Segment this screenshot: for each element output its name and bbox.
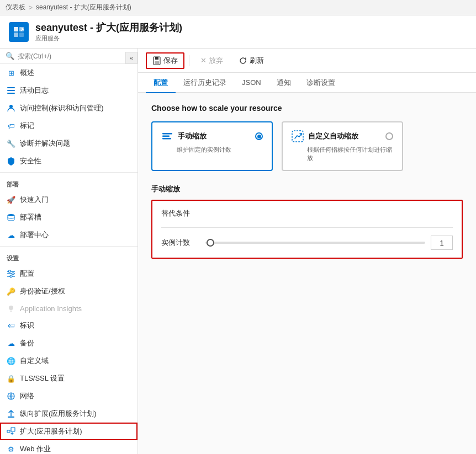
- sidebar-item-deploy-slot[interactable]: 部署槽: [0, 209, 137, 226]
- slider-track[interactable]: [205, 242, 425, 244]
- sidebar-item-label: 标记: [20, 121, 34, 131]
- tab-json[interactable]: JSON: [234, 74, 269, 92]
- svg-rect-29: [162, 133, 172, 135]
- sidebar-item-activity-log[interactable]: 活动日志: [0, 82, 137, 99]
- sidebar-item-tls[interactable]: 🔒 TLS/SSL 设置: [0, 370, 137, 387]
- svg-rect-31: [162, 138, 171, 140]
- tab-config[interactable]: 配置: [146, 73, 176, 93]
- breadcrumb-sep1: >: [29, 4, 33, 12]
- svg-point-8: [8, 214, 14, 216]
- discard-button[interactable]: ✕ 放弃: [194, 52, 230, 69]
- manual-scale-title: 手动缩放: [178, 131, 207, 141]
- sidebar-item-diagnose[interactable]: 🔧 诊断并解决问题: [0, 135, 137, 152]
- sidebar-item-scale-out[interactable]: 扩大(应用服务计划): [0, 423, 137, 440]
- svg-rect-23: [8, 416, 14, 418]
- sidebar-item-label: TLS/SSL 设置: [20, 373, 65, 383]
- grid-icon: ⊞: [7, 68, 15, 77]
- manual-scale-radio[interactable]: [255, 132, 263, 140]
- auto-scale-card[interactable]: 自定义自动缩放 根据任何指标按任何计划进行缩放: [282, 121, 403, 171]
- svg-rect-5: [7, 90, 15, 91]
- collapse-button[interactable]: «: [125, 52, 137, 64]
- tab-diag-settings[interactable]: 诊断设置: [299, 73, 343, 93]
- save-button[interactable]: 保存: [146, 52, 184, 69]
- main-content: Choose how to scale your resource: [138, 93, 476, 454]
- svg-rect-6: [7, 93, 15, 94]
- sidebar-item-web-jobs[interactable]: ⚙ Web 作业: [0, 440, 137, 454]
- scale-cards: 手动缩放 维护固定的实例计数: [151, 121, 463, 171]
- auto-scale-radio[interactable]: [385, 132, 393, 140]
- toolbar: 保存 ✕ 放弃 刷新: [138, 49, 476, 73]
- override-condition-label: 替代条件: [161, 209, 453, 218]
- sidebar-item-quickstart[interactable]: 🚀 快速入门: [0, 191, 137, 209]
- svg-rect-28: [155, 61, 159, 64]
- sidebar-item-auth[interactable]: 🔑 身份验证/授权: [0, 282, 137, 300]
- manual-scale-box: 替代条件 实例计数: [151, 200, 463, 259]
- tab-run-history[interactable]: 运行历史记录: [176, 73, 234, 93]
- sidebar-item-overview[interactable]: ⊞ 概述: [0, 64, 137, 82]
- instance-row: 实例计数: [161, 236, 453, 250]
- auto-scale-title: 自定义自动缩放: [308, 131, 358, 141]
- manual-scale-section: 手动缩放 替代条件 实例计数: [151, 184, 463, 259]
- sidebar-item-deploy-center[interactable]: ☁ 部署中心: [0, 226, 137, 244]
- save-label: 保存: [163, 56, 178, 66]
- svg-point-17: [10, 275, 12, 277]
- sidebar-item-security[interactable]: 安全性: [0, 152, 137, 170]
- scale-out-icon: [7, 427, 15, 436]
- sidebar-item-tags[interactable]: 🏷 标记: [0, 117, 137, 135]
- key-icon: 🔑: [7, 287, 15, 296]
- search-icon: 🔍: [6, 52, 14, 60]
- tab-notify[interactable]: 通知: [269, 73, 299, 93]
- breadcrumb-home[interactable]: 仪表板: [6, 3, 25, 12]
- toolbar-divider: [189, 55, 189, 66]
- slider-thumb[interactable]: [207, 239, 214, 247]
- svg-point-18: [9, 306, 13, 310]
- sidebar-item-scale-up[interactable]: 纵向扩展(应用服务计划): [0, 405, 137, 423]
- rocket-icon: 🚀: [7, 195, 15, 204]
- svg-rect-0: [14, 27, 18, 31]
- svg-rect-30: [162, 136, 170, 137]
- search-box[interactable]: 🔍 «: [0, 49, 137, 64]
- sidebar-item-backup[interactable]: ☁ 备份: [0, 334, 137, 352]
- svg-rect-4: [7, 87, 15, 88]
- database-icon: [7, 213, 15, 222]
- arrow-up-icon: [7, 409, 15, 418]
- breadcrumb-current: seanyutest - 扩大(应用服务计划): [36, 3, 131, 12]
- sidebar-item-label-tag[interactable]: 🏷 标识: [0, 317, 137, 334]
- sidebar-item-label: 扩大(应用服务计划): [20, 426, 82, 436]
- sidebar-item-label: 标识: [20, 321, 34, 330]
- svg-rect-2: [14, 33, 18, 37]
- section-settings-label: 设置: [0, 249, 137, 265]
- sidebar-item-label: 诊断并解决问题: [20, 138, 70, 148]
- sidebar-item-label: 纵向扩展(应用服务计划): [20, 409, 97, 419]
- person-icon: [7, 104, 15, 113]
- shield-icon: [7, 157, 15, 165]
- search-input[interactable]: [18, 52, 132, 60]
- breadcrumb: 仪表板 > seanyutest - 扩大(应用服务计划): [0, 0, 476, 15]
- content-area: 保存 ✕ 放弃 刷新 配置 运行历史记录 JSON 通知: [138, 49, 476, 454]
- sidebar-item-label: 自定义域: [20, 356, 49, 366]
- sliders-icon: [7, 269, 15, 278]
- instance-count-input[interactable]: [431, 236, 453, 250]
- sidebar-item-access-control[interactable]: 访问控制(标识和访问管理): [0, 99, 137, 117]
- svg-rect-25: [11, 428, 15, 431]
- svg-rect-10: [10, 271, 15, 272]
- sidebar-item-label: 备份: [20, 338, 34, 348]
- sidebar-item-app-insights[interactable]: Application Insights: [0, 300, 137, 317]
- manual-scale-card[interactable]: 手动缩放 维护固定的实例计数: [151, 121, 273, 171]
- sidebar-item-label: 部署槽: [20, 212, 41, 222]
- svg-rect-27: [155, 57, 158, 60]
- sidebar-item-network[interactable]: 网络: [0, 387, 137, 405]
- refresh-button[interactable]: 刷新: [232, 52, 271, 69]
- svg-point-16: [12, 273, 14, 275]
- gear-icon: ⚙: [7, 445, 15, 453]
- sidebar-item-label: Application Insights: [20, 305, 82, 313]
- lock-icon: 🔒: [7, 374, 15, 383]
- sidebar-item-config[interactable]: 配置: [0, 265, 137, 282]
- page-header: seanyutest - 扩大(应用服务计划) 应用服务: [0, 15, 476, 49]
- svg-rect-24: [7, 430, 10, 432]
- sidebar-item-custom-domain[interactable]: 🌐 自定义域: [0, 352, 137, 370]
- svg-rect-20: [10, 312, 12, 312]
- header-title-block: seanyutest - 扩大(应用服务计划) 应用服务: [35, 21, 182, 42]
- tag-icon: 🏷: [7, 121, 15, 130]
- manual-scale-desc: 维护固定的实例计数: [177, 146, 263, 154]
